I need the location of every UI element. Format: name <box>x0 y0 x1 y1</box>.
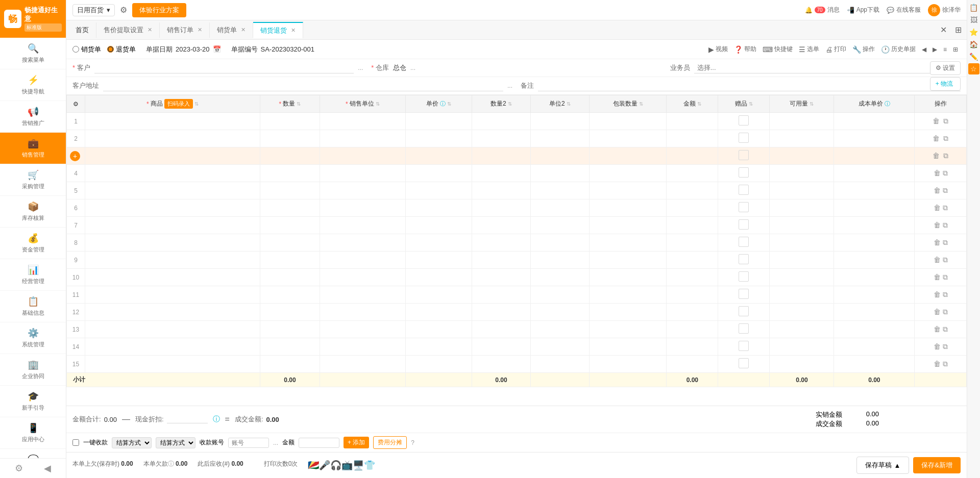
detail-view-btn[interactable]: ⊞ <box>950 45 961 54</box>
row-copy-btn[interactable]: ⧉ <box>942 272 949 283</box>
sidebar-item-sales[interactable]: 💼 销售管理 <box>0 133 66 164</box>
collapse-icon[interactable]: ◀ <box>44 463 51 474</box>
right-panel-btn-2[interactable]: 🖼 <box>968 14 979 26</box>
sidebar-item-finance[interactable]: 💰 资金管理 <box>0 228 66 259</box>
row-gift-cb[interactable] <box>739 341 749 351</box>
tab-sales-delivery-close[interactable]: ✕ <box>241 27 246 33</box>
right-panel-btn-3[interactable]: ⭐ <box>968 27 979 38</box>
tab-sales-order-close[interactable]: ✕ <box>198 27 202 33</box>
online-service-item[interactable]: 💬 在线客服 <box>887 6 921 14</box>
qty-sort-icon[interactable]: ⇅ <box>297 101 301 107</box>
dots-btn-account[interactable]: ... <box>273 439 278 446</box>
prev-record-btn[interactable]: ◀ <box>919 45 929 54</box>
settings-side-btn[interactable]: ⚙ 设置 <box>930 61 961 75</box>
sidebar-item-inventory[interactable]: 📦 库存核算 <box>0 196 66 228</box>
sidebar-item-guide[interactable]: 🎓 新手引导 <box>0 386 66 417</box>
row-3-sales-unit[interactable] <box>320 147 405 165</box>
radio-return-input[interactable] <box>107 46 114 53</box>
row-3-available[interactable] <box>770 147 834 165</box>
row-copy-btn[interactable]: ⧉ <box>942 185 949 196</box>
row-1-qty2[interactable] <box>472 113 530 130</box>
tab-close-all-icon[interactable]: ✕ <box>937 24 950 36</box>
address-input[interactable] <box>103 80 503 91</box>
gift-sort-icon[interactable]: ⇅ <box>749 101 753 107</box>
tab-price-setting[interactable]: 售价提取设置 ✕ <box>96 22 160 38</box>
sidebar-item-apps[interactable]: 📱 应用中心 <box>0 417 66 449</box>
history-btn[interactable]: 🕐 历史单据 <box>878 44 918 55</box>
row-2-delete-btn[interactable]: 🗑 <box>932 133 941 143</box>
row-3-product[interactable] <box>85 147 260 165</box>
su-sort-icon[interactable]: ⇅ <box>376 101 380 107</box>
shortcut-btn[interactable]: ⌨ 快捷键 <box>760 44 795 55</box>
tab-price-setting-close[interactable]: ✕ <box>148 27 152 33</box>
sidebar-item-operations[interactable]: 📊 经营管理 <box>0 259 66 291</box>
row-3-qty2[interactable] <box>472 147 530 165</box>
row-2-unit-price[interactable] <box>405 130 472 147</box>
address-dots-btn[interactable]: ... <box>507 82 512 89</box>
row-gift-cb[interactable] <box>739 185 749 195</box>
sidebar-item-basic[interactable]: 📋 基础信息 <box>0 291 66 322</box>
one-key-collect-checkbox[interactable] <box>72 439 79 446</box>
row-2-copy-btn[interactable]: ⧉ <box>942 133 949 144</box>
sidebar-item-enterprise[interactable]: 🏢 企业协同 <box>0 354 66 386</box>
scan-input-btn[interactable]: 扫码录入 <box>164 99 193 109</box>
radio-sales-input[interactable] <box>72 46 79 53</box>
sidebar-item-wechat[interactable]: 💬 企业微信 <box>0 449 66 458</box>
tab-sales-order[interactable]: 销售订单 ✕ <box>160 22 210 38</box>
tab-sales-delivery[interactable]: 销货单 ✕ <box>210 22 253 38</box>
settings-bottom-icon[interactable]: ⚙ <box>15 463 23 474</box>
product-sort-icon[interactable]: ⇅ <box>194 101 199 107</box>
video-btn[interactable]: ▶ 视频 <box>706 44 730 55</box>
row-delete-btn[interactable]: 🗑 <box>933 220 942 230</box>
up-sort-icon[interactable]: ⇅ <box>447 101 451 107</box>
sidebar-item-purchase[interactable]: 🛒 采购管理 <box>0 164 66 196</box>
row-1-available[interactable] <box>770 113 834 130</box>
settle-method-select[interactable]: 结算方式 <box>112 437 152 448</box>
row-2-sales-unit[interactable] <box>320 130 405 147</box>
row-delete-btn[interactable]: 🗑 <box>933 307 942 317</box>
sidebar-item-system[interactable]: ⚙️ 系统管理 <box>0 322 66 354</box>
user-profile[interactable]: 徐 徐泽华 <box>928 4 961 16</box>
row-1-gift[interactable] <box>718 113 770 130</box>
customer-dots-btn[interactable]: ... <box>358 64 363 71</box>
right-panel-btn-1[interactable]: 📋 <box>968 2 979 13</box>
row-3-product-input[interactable] <box>88 153 257 160</box>
available-sort-icon[interactable]: ⇅ <box>810 101 814 107</box>
right-panel-btn-6[interactable]: ☆ <box>968 63 979 74</box>
fenpei-btn[interactable]: 费用分摊 <box>373 436 407 449</box>
row-delete-btn[interactable]: 🗑 <box>933 341 942 351</box>
add-row-btn[interactable]: + <box>70 151 80 161</box>
row-gift-cb[interactable] <box>739 202 749 212</box>
row-3-unit2[interactable] <box>530 147 589 165</box>
row-1-unit2[interactable] <box>530 113 589 130</box>
row-2-amount[interactable] <box>667 130 718 147</box>
row-1-amount[interactable] <box>667 113 718 130</box>
row-gift-cb[interactable] <box>739 306 749 316</box>
row-gift-cb[interactable] <box>739 237 749 247</box>
next-record-btn[interactable]: ▶ <box>930 45 940 54</box>
row-copy-btn[interactable]: ⧉ <box>942 359 949 369</box>
row-1-delete-btn[interactable]: 🗑 <box>932 116 941 126</box>
qty2-sort-icon[interactable]: ⇅ <box>508 101 512 107</box>
row-2-pkg-qty[interactable] <box>589 130 666 147</box>
row-copy-btn[interactable]: ⧉ <box>942 341 949 352</box>
sidebar-item-shortcut[interactable]: ⚡ 快捷导航 <box>0 69 66 101</box>
staff-input[interactable] <box>694 62 951 73</box>
row-2-available[interactable] <box>770 130 834 147</box>
tab-sales-return[interactable]: 销货退货 ✕ <box>253 22 303 38</box>
right-panel-btn-4[interactable]: 🏠 <box>968 39 979 50</box>
print-btn[interactable]: 🖨 打印 <box>823 44 849 55</box>
row-delete-btn[interactable]: 🗑 <box>933 185 942 195</box>
app-download-item[interactable]: 📲 App下载 <box>847 6 879 14</box>
help-btn[interactable]: ❓ 帮助 <box>731 44 759 55</box>
row-delete-btn[interactable]: 🗑 <box>933 203 942 213</box>
row-gift-cb[interactable] <box>739 271 749 282</box>
row-gift-cb[interactable] <box>739 219 749 230</box>
row-3-cost-price[interactable] <box>834 147 915 165</box>
row-2-unit2[interactable] <box>530 130 589 147</box>
discount-input[interactable] <box>167 415 208 423</box>
row-delete-btn[interactable]: 🗑 <box>933 272 942 282</box>
row-2-product[interactable] <box>85 130 260 147</box>
row-2-gift[interactable] <box>718 130 770 147</box>
right-panel-btn-5[interactable]: ✏️ <box>968 51 979 62</box>
